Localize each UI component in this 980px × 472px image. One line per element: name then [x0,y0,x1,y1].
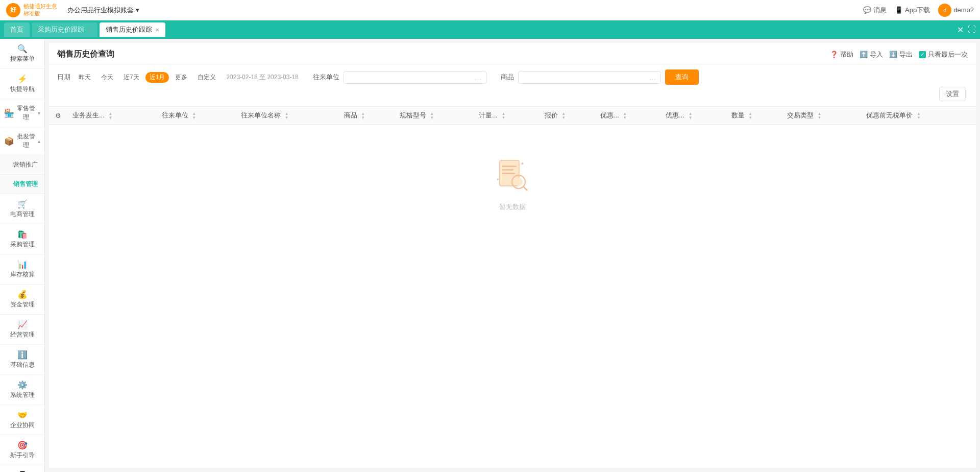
tab-home[interactable]: 首页 [4,22,30,37]
close-tab-btn[interactable]: ✕ [957,25,964,35]
tab-purchase-history[interactable]: 采购历史价跟踪 ✕ [32,22,97,37]
operations-icon: 📈 [17,320,28,329]
partner-filter-label: 往来单位 [313,73,339,82]
search-icon: 🔍 [17,44,28,54]
sidebar-item-search[interactable]: 🔍 搜索菜单 [0,39,44,69]
th-discount1[interactable]: 优惠... ▲▼ [595,107,660,125]
export-icon: ⬇️ [889,51,897,58]
query-button[interactable]: 查询 [665,69,699,85]
export-btn[interactable]: ⬇️ 导出 [889,50,913,59]
user-menu[interactable]: d demo2 [938,4,974,17]
date-pill-yesterday[interactable]: 昨天 [75,72,95,83]
tab-close-sales[interactable]: ✕ [155,27,159,33]
import-btn[interactable]: ⬆️ 导入 [860,50,883,59]
svg-rect-3 [502,173,515,174]
sidebar-item-wholesale[interactable]: 📦 批发管理 ▴ [0,127,44,155]
app-download-btn[interactable]: 📱 App下载 [895,6,930,15]
table-container: ⚙ 业务发生... ▲▼ 往来单位 ▲▼ 往来单位名称 [49,107,976,468]
chevron-down-icon: ▾ [136,6,139,14]
sidebar-item-newbie[interactable]: 🎯 新手引导 [0,435,44,465]
page-title: 销售历史价查询 [57,49,114,60]
sidebar-item-marketing[interactable]: 营销推广 [0,155,44,175]
tab-sales-history[interactable]: 销售历史价跟踪 ✕ [100,22,165,37]
goods-input[interactable]: ... [518,71,661,84]
page: 销售历史价查询 ❓ 帮助 ⬆️ 导入 ⬇️ 导出 [49,43,976,468]
avatar: d [938,4,951,17]
empty-illustration: ✦ ✦ [492,155,533,196]
date-pill-more[interactable]: 更多 [171,72,191,83]
only-last-checkbox[interactable]: ✓ 只看最后一次 [919,50,968,59]
sidebar-item-finance[interactable]: 💰 资金管理 [0,285,44,315]
date-pill-today[interactable]: 今天 [97,72,117,83]
date-pill-7days[interactable]: 近7天 [119,72,143,83]
sidebar-item-retail[interactable]: 🏪 零售管理 ▾ [0,99,44,127]
tab-label: 销售历史价跟踪 [106,25,152,34]
message-btn[interactable]: 💬 消息 [863,6,887,15]
filter-bar: 日期 昨天 今天 近7天 近1月 更多 自定义 2023-02-18 至 202… [49,64,976,107]
svg-text:✦: ✦ [496,177,500,182]
th-quote[interactable]: 报价 ▲▼ [540,107,595,125]
goods-filter-label: 商品 [501,73,514,82]
th-settings[interactable]: ⚙ [49,107,67,125]
import-icon: ⬆️ [860,51,868,58]
sidebar-item-apps[interactable]: 📱 应用中心 [0,465,44,472]
date-filter-label: 日期 [57,73,70,82]
sidebar-item-sales[interactable]: 销售管理 [0,175,44,194]
logo-icon: 好 [6,3,20,17]
settings-button[interactable]: 设置 [939,87,966,101]
empty-text: 暂无数据 [499,202,526,211]
sort-icon: ▲▼ [818,112,822,120]
main-layout: 🔍 搜索菜单 ⚡ 快捷导航 🏪 零售管理 ▾ 📦 批发管理 ▴ 营销推广 销售管… [0,39,980,472]
download-icon: 📱 [895,6,903,14]
sidebar-item-inventory[interactable]: 📊 库存核算 [0,254,44,285]
tabbar-actions: ✕ ⛶ [957,25,976,35]
date-pill-custom[interactable]: 自定义 [193,72,220,83]
sidebar-item-shortcuts[interactable]: ⚡ 快捷导航 [0,69,44,99]
date-range-text: 2023-02-18 至 2023-03-18 [226,73,298,82]
finance-icon: 💰 [17,290,28,299]
svg-line-6 [523,186,527,190]
svg-rect-1 [502,166,517,167]
th-goods[interactable]: 商品 ▲▼ [339,107,395,125]
help-icon: ❓ [830,51,838,58]
th-spec[interactable]: 规格型号 ▲▼ [395,107,474,125]
inventory-icon: 📊 [17,259,28,269]
th-partner-code[interactable]: 往来单位 ▲▼ [157,107,236,125]
chevron-up-icon: ▴ [38,138,40,144]
th-quantity[interactable]: 数量 ▲▼ [726,107,782,125]
content-area: 销售历史价查询 ❓ 帮助 ⬆️ 导入 ⬇️ 导出 [45,39,980,472]
date-pill-1month[interactable]: 近1月 [145,72,169,83]
th-unit[interactable]: 计量... ▲▼ [474,107,539,125]
sort-icon: ▲▼ [361,112,365,120]
sort-icon: ▲▼ [623,112,627,120]
tab-label: 首页 [10,25,23,34]
svg-rect-2 [502,169,513,171]
tab-label: 采购历史价跟踪 [38,25,84,34]
wholesale-icon: 📦 [4,136,14,146]
th-trade-type[interactable]: 交易类型 ▲▼ [782,107,861,125]
th-biz-date[interactable]: 业务发生... ▲▼ [67,107,157,125]
sidebar-item-ecommerce[interactable]: 🛒 电商管理 [0,194,44,224]
tab-close-purchase[interactable]: ✕ [87,27,91,33]
sidebar-item-system[interactable]: ⚙️ 系统管理 [0,375,44,405]
svg-text:✦: ✦ [520,161,524,167]
retail-icon: 🏪 [4,108,14,118]
basic-icon: ℹ️ [17,350,28,360]
sidebar-item-basic[interactable]: ℹ️ 基础信息 [0,345,44,375]
settings-icon: ⚙ [55,112,61,120]
system-icon: ⚙️ [17,380,28,390]
th-partner-name[interactable]: 往来单位名称 ▲▼ [236,107,339,125]
th-no-tax-price[interactable]: 优惠前无税单价 ▲▼ [861,107,976,125]
sidebar-item-purchase[interactable]: 🛍️ 采购管理 [0,224,44,254]
empty-state: ✦ ✦ 暂无数据 [49,125,976,242]
ecommerce-icon: 🛒 [17,199,28,209]
th-discount2[interactable]: 优惠... ▲▼ [660,107,726,125]
maximize-btn[interactable]: ⛶ [968,25,976,34]
message-icon: 💬 [863,6,871,14]
partner-input[interactable]: ... [344,71,486,84]
logo-area: 好 畅捷通好生意 标准版 [6,3,57,17]
sidebar-item-operations[interactable]: 📈 经营管理 [0,315,44,345]
app-selector[interactable]: 办公用品行业模拟账套 ▾ [67,6,139,15]
sidebar-item-enterprise[interactable]: 🤝 企业协同 [0,405,44,435]
help-btn[interactable]: ❓ 帮助 [830,50,853,59]
